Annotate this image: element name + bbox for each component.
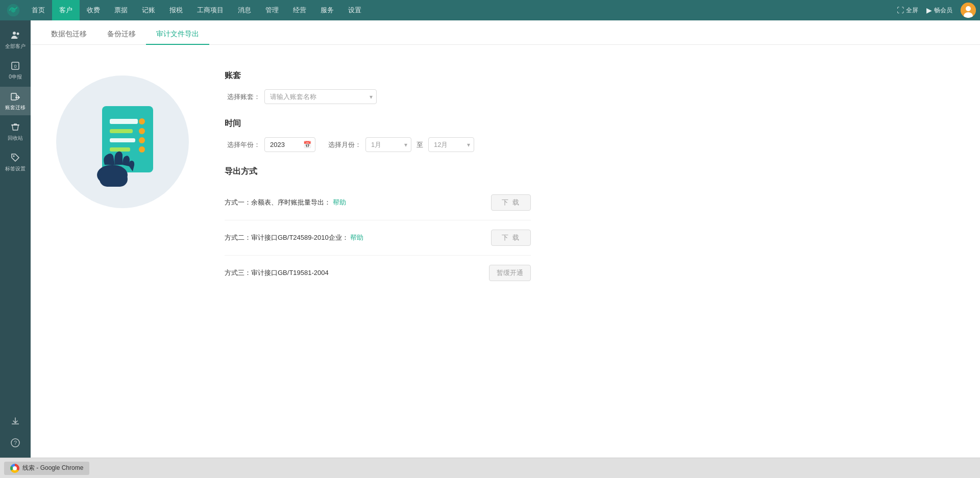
svg-rect-25 [100, 171, 128, 187]
member-btn[interactable]: ▶ 畅会员 [926, 6, 952, 15]
sidebar: 全部客户 0 0申报 账套迁移 [0, 20, 31, 458]
separator: 至 [415, 140, 424, 149]
tabs-bar: 数据包迁移 备份迁移 审计文件导出 [31, 20, 980, 45]
member-label: 畅会员 [934, 6, 952, 15]
chrome-icon [10, 464, 19, 473]
account-select-wrapper: 请输入账套名称 [264, 89, 377, 104]
users-icon [10, 30, 21, 41]
export-method-3-text: 方式三：审计接口GB/T19581-2004 [225, 268, 329, 278]
sidebar-item-help[interactable]: ? [0, 433, 31, 452]
export-method-1: 方式一：余额表、序时账批量导出： 帮助 下 载 [225, 185, 531, 220]
nav-service[interactable]: 服务 [313, 0, 341, 20]
sidebar-item-zero-declare[interactable]: 0 0申报 [0, 56, 31, 85]
nav-right: ⛶ 全屏 ▶ 畅会员 [897, 3, 976, 18]
content-area: 数据包迁移 备份迁移 审计文件导出 [31, 20, 980, 458]
export-section: 导出方式 方式一：余额表、序时账批量导出： 帮助 下 载 方式二：审计接口GB/… [225, 166, 531, 290]
export-method-1-text: 方式一：余额表、序时账批量导出： 帮助 [225, 198, 346, 207]
nav-manage[interactable]: 管理 [258, 0, 286, 20]
export-method-2-download-btn[interactable]: 下 载 [491, 230, 531, 246]
svg-point-12 [13, 156, 15, 157]
nav-customer[interactable]: 客户 [52, 0, 80, 20]
svg-point-6 [17, 33, 19, 35]
fullscreen-btn[interactable]: ⛶ 全屏 [897, 6, 918, 15]
trash-icon [10, 121, 21, 133]
end-month-select-wrapper: 1月 2月 3月 4月 5月 6月 7月 8月 9月 10月 11月 12月 [428, 137, 474, 152]
zero-icon: 0 [10, 60, 21, 71]
sidebar-item-migrate[interactable]: 账套迁移 [0, 87, 31, 115]
nav-invoice[interactable]: 票据 [107, 0, 135, 20]
logo[interactable] [4, 1, 22, 19]
sidebar-label-tag: 标签设置 [5, 165, 26, 172]
svg-rect-17 [110, 129, 133, 133]
time-section-title: 时间 [225, 118, 531, 129]
sidebar-label-migrate: 账套迁移 [5, 104, 26, 111]
illustration-circle [56, 76, 189, 208]
sidebar-label-zero: 0申报 [9, 73, 22, 81]
svg-text:0: 0 [14, 64, 16, 69]
export-method-1-download-btn[interactable]: 下 载 [491, 194, 531, 211]
illustration-area [51, 76, 194, 208]
account-select[interactable]: 请输入账套名称 [264, 89, 377, 104]
nav-home[interactable]: 首页 [24, 0, 52, 20]
export-method-2-label: 方式二：审计接口GB/T24589-2010企业： [225, 234, 349, 241]
nav-message[interactable]: 消息 [231, 0, 258, 20]
svg-rect-9 [11, 93, 16, 100]
account-label: 选择账套： [225, 92, 260, 102]
sidebar-item-download[interactable] [0, 412, 31, 431]
taskbar-chrome[interactable]: 线索 - Google Chrome [4, 462, 89, 475]
fullscreen-label: 全屏 [906, 6, 918, 15]
migrate-icon [10, 91, 21, 102]
export-method-2-text: 方式二：审计接口GB/T24589-2010企业： 帮助 [225, 233, 363, 242]
svg-point-21 [139, 128, 145, 134]
year-label: 选择年份： [225, 140, 260, 149]
month-label: 选择月份： [326, 140, 361, 149]
year-input[interactable] [264, 137, 315, 152]
taskbar: 线索 - Google Chrome [0, 458, 980, 478]
start-month-select-wrapper: 1月 2月 3月 4月 5月 6月 7月 8月 9月 10月 11月 12月 [365, 137, 411, 152]
end-month-select[interactable]: 1月 2月 3月 4月 5月 6月 7月 8月 9月 10月 11月 12月 [428, 137, 474, 152]
taskbar-chrome-label: 线索 - Google Chrome [22, 464, 83, 472]
tab-audit-export[interactable]: 审计文件导出 [146, 24, 209, 45]
svg-point-3 [966, 6, 971, 11]
export-method-3-coming-btn: 暂缓开通 [489, 265, 531, 281]
form-area: 账套 选择账套： 请输入账套名称 时间 选择年份： 📅 [225, 65, 531, 290]
tab-data-migrate[interactable]: 数据包迁移 [41, 24, 97, 45]
help-icon: ? [10, 437, 21, 448]
avatar[interactable] [961, 3, 976, 18]
sidebar-bottom: ? [0, 412, 31, 458]
nav-business[interactable]: 工商项目 [190, 0, 231, 20]
export-method-3-label: 方式三：审计接口GB/T19581-2004 [225, 269, 329, 276]
tab-backup-migrate[interactable]: 备份迁移 [97, 24, 146, 45]
sidebar-item-tag[interactable]: 标签设置 [0, 148, 31, 177]
svg-point-1 [11, 8, 16, 13]
fullscreen-icon: ⛶ [897, 6, 904, 14]
nav-accounting[interactable]: 记账 [135, 0, 162, 20]
nav-charge[interactable]: 收费 [80, 0, 107, 20]
svg-point-5 [13, 32, 16, 35]
tag-icon [10, 152, 21, 163]
page-content: 账套 选择账套： 请输入账套名称 时间 选择年份： 📅 [31, 45, 980, 458]
svg-point-23 [139, 146, 145, 153]
nav-operation[interactable]: 经营 [286, 0, 313, 20]
sidebar-label-trash: 回收站 [8, 135, 23, 142]
export-method-2-help[interactable]: 帮助 [350, 234, 363, 241]
export-method-1-label: 方式一：余额表、序时账批量导出： [225, 198, 331, 206]
svg-text:?: ? [14, 440, 17, 446]
start-month-select[interactable]: 1月 2月 3月 4月 5月 6月 7月 8月 9月 10月 11月 12月 [365, 137, 411, 152]
svg-rect-18 [110, 138, 135, 142]
export-section-title: 导出方式 [225, 166, 531, 177]
export-method-3: 方式三：审计接口GB/T19581-2004 暂缓开通 [225, 256, 531, 290]
sidebar-item-trash[interactable]: 回收站 [0, 117, 31, 146]
export-method-2: 方式二：审计接口GB/T24589-2010企业： 帮助 下 载 [225, 220, 531, 256]
svg-point-22 [139, 137, 145, 143]
nav-items: 首页 客户 收费 票据 记账 报税 工商项目 消息 管理 经营 服务 设置 [24, 0, 897, 20]
nav-settings[interactable]: 设置 [341, 0, 369, 20]
sidebar-item-all-customers[interactable]: 全部客户 [0, 26, 31, 54]
export-method-1-help[interactable]: 帮助 [333, 198, 346, 206]
account-section-title: 账套 [225, 70, 531, 81]
nav-tax[interactable]: 报税 [162, 0, 190, 20]
account-row: 选择账套： 请输入账套名称 [225, 89, 531, 104]
sidebar-label-all-customers: 全部客户 [5, 43, 26, 50]
download-icon [10, 416, 21, 427]
svg-point-20 [139, 118, 145, 124]
